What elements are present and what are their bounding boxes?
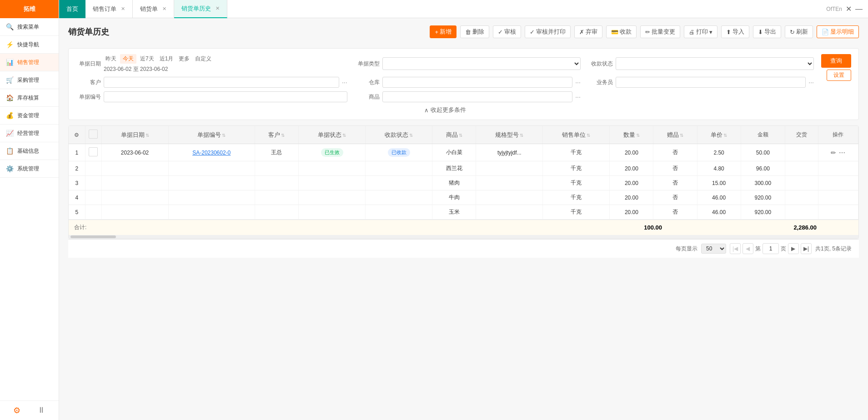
- page-prev-btn[interactable]: ◀: [743, 243, 753, 254]
- doc-no-link[interactable]: SA-20230602-0: [192, 150, 231, 156]
- date-custom-btn[interactable]: 自定义: [193, 54, 213, 64]
- goods-dots-icon[interactable]: ···: [575, 93, 581, 100]
- sidebar-collapse-icon[interactable]: ⏸: [37, 405, 45, 415]
- row-checkbox[interactable]: [89, 147, 98, 156]
- page-first-btn[interactable]: |◀: [730, 243, 741, 254]
- date-more-btn[interactable]: 更多: [177, 54, 191, 64]
- row-sale-unit: 千克: [543, 190, 610, 205]
- row-check-cell[interactable]: [85, 205, 101, 220]
- more-action-icon[interactable]: ⋯: [839, 149, 845, 156]
- select-all-checkbox[interactable]: [89, 130, 98, 139]
- page-next-btn[interactable]: ▶: [788, 243, 799, 254]
- receipt-status-select[interactable]: [616, 57, 814, 70]
- tab-close-sales-goods-history[interactable]: ✕: [216, 5, 220, 11]
- sidebar-item-purchase-mgmt[interactable]: 🛒 采购管理: [0, 71, 59, 89]
- col-doc-no[interactable]: 单据编号⇅: [168, 126, 255, 144]
- page-size-select[interactable]: 50 100 200: [701, 244, 726, 254]
- tab-close-sales-goods[interactable]: ✕: [162, 6, 166, 12]
- refresh-button[interactable]: ↻ 刷新: [785, 25, 813, 38]
- collapse-button[interactable]: ∧ 收起更多条件: [76, 106, 814, 114]
- warehouse-filter-label: 仓库: [355, 79, 380, 86]
- warehouse-dots-icon[interactable]: ···: [575, 79, 581, 86]
- audit-button[interactable]: ✓ 审核: [493, 25, 521, 38]
- gear-icon: ⚙️: [5, 165, 14, 173]
- row-spec-type: [476, 161, 543, 176]
- tab-close-sales-order[interactable]: ✕: [121, 6, 125, 12]
- sidebar-item-finance-mgmt[interactable]: 💰 资金管理: [0, 107, 59, 125]
- page-last-btn[interactable]: ▶|: [801, 243, 812, 254]
- window-close-icon[interactable]: ✕: [846, 5, 852, 13]
- col-unit-price[interactable]: 单价⇅: [697, 126, 741, 144]
- date-today-btn[interactable]: 今天: [120, 54, 136, 64]
- warehouse-filter-input[interactable]: [382, 77, 573, 88]
- tab-sales-order[interactable]: 销售订单 ✕: [85, 0, 133, 18]
- doc-type-select[interactable]: [382, 57, 581, 70]
- col-gear[interactable]: ⚙: [69, 126, 85, 144]
- page-number-input[interactable]: [763, 243, 779, 254]
- row-check-cell[interactable]: [85, 144, 101, 161]
- batch-change-button[interactable]: ✏ 批量变更: [640, 25, 680, 38]
- col-sale-unit[interactable]: 销售单位⇅: [543, 126, 610, 144]
- settings-button[interactable]: 设置: [827, 70, 851, 81]
- tab-sales-goods-history[interactable]: 销货单历史 ✕: [174, 0, 227, 18]
- row-goods: 牛肉: [432, 190, 476, 205]
- col-doc-date[interactable]: 单据日期⇅: [101, 126, 168, 144]
- tab-sales-goods[interactable]: 销货单 ✕: [133, 0, 174, 18]
- scrollbar-thumb[interactable]: [70, 235, 116, 238]
- sidebar-item-inventory[interactable]: 🏠 库存核算: [0, 89, 59, 107]
- row-quantity: 20.00: [610, 205, 653, 220]
- row-amount: 50.00: [741, 144, 785, 161]
- tab-home[interactable]: 首页: [59, 0, 85, 18]
- sidebar-item-quick-nav[interactable]: ⚡ 快捷导航: [0, 36, 59, 54]
- sort-doc-status-icon: ⇅: [342, 133, 346, 138]
- horizontal-scrollbar[interactable]: [69, 235, 858, 239]
- delete-button[interactable]: 🗑 删除: [460, 25, 489, 38]
- import-button[interactable]: ⬆ 导入: [721, 25, 749, 38]
- col-spec-type[interactable]: 规格型号⇅: [476, 126, 543, 144]
- date-7days-btn[interactable]: 近7天: [138, 54, 156, 64]
- edit-action-icon[interactable]: ✏: [831, 149, 836, 156]
- row-check-cell[interactable]: [85, 176, 101, 190]
- new-button[interactable]: + 新增: [430, 25, 457, 38]
- import-icon: ⬆: [726, 29, 731, 35]
- col-check[interactable]: [85, 126, 101, 144]
- col-quantity[interactable]: 数量⇅: [610, 126, 653, 144]
- show-detail-button[interactable]: 📄 显示明细: [817, 25, 859, 38]
- col-customer[interactable]: 客户⇅: [255, 126, 298, 144]
- sidebar-item-operations-mgmt[interactable]: 📈 经营管理: [0, 125, 59, 142]
- goods-filter-input[interactable]: [382, 91, 573, 102]
- audit-print-button[interactable]: ✓ 审核并打印: [525, 25, 571, 38]
- row-sale-unit: 千克: [543, 205, 610, 220]
- row-check-cell[interactable]: [85, 190, 101, 205]
- query-button[interactable]: 查询: [821, 54, 851, 68]
- row-doc-status: [299, 161, 366, 176]
- export-button[interactable]: ⬇ 导出: [753, 25, 781, 38]
- export-icon: ⬇: [758, 29, 763, 35]
- date-range-display: 2023-06-02 至 2023-06-02: [104, 65, 213, 73]
- window-minimize-icon[interactable]: —: [855, 5, 863, 13]
- sort-doc-date-icon: ⇅: [146, 133, 149, 138]
- salesperson-dots-icon[interactable]: ···: [808, 79, 814, 86]
- col-goods[interactable]: 商品⇅: [432, 126, 476, 144]
- row-check-cell[interactable]: [85, 161, 101, 176]
- page-title: 销货单历史: [68, 26, 109, 37]
- col-receipt-status[interactable]: 收款状态⇅: [366, 126, 432, 144]
- doc-type-label: 单据类型: [355, 60, 380, 68]
- sidebar-item-search-menu[interactable]: 🔍 搜索菜单: [0, 18, 59, 36]
- receipt-button[interactable]: 💳 收款: [606, 25, 637, 38]
- col-doc-status[interactable]: 单据状态⇅: [299, 126, 366, 144]
- doc-no-filter-input[interactable]: [104, 91, 347, 102]
- salesperson-filter-input[interactable]: [616, 77, 806, 88]
- print-button[interactable]: 🖨 打印 ▾: [684, 25, 717, 38]
- customer-filter-input[interactable]: [104, 77, 339, 88]
- abandon-button[interactable]: ✗ 弃审: [574, 25, 602, 38]
- row-amount: 920.00: [741, 205, 785, 220]
- date-yesterday-btn[interactable]: 昨天: [104, 54, 118, 64]
- sidebar-item-sales-mgmt[interactable]: 📊 销售管理: [0, 54, 59, 71]
- sidebar-item-basic-info[interactable]: 📋 基础信息: [0, 142, 59, 160]
- col-gift[interactable]: 赠品⇅: [653, 126, 697, 144]
- sidebar-item-system-mgmt[interactable]: ⚙️ 系统管理: [0, 160, 59, 178]
- date-1month-btn[interactable]: 近1月: [158, 54, 176, 64]
- customer-dots-icon[interactable]: ···: [342, 79, 347, 86]
- sidebar-settings-icon[interactable]: ⚙: [13, 405, 20, 415]
